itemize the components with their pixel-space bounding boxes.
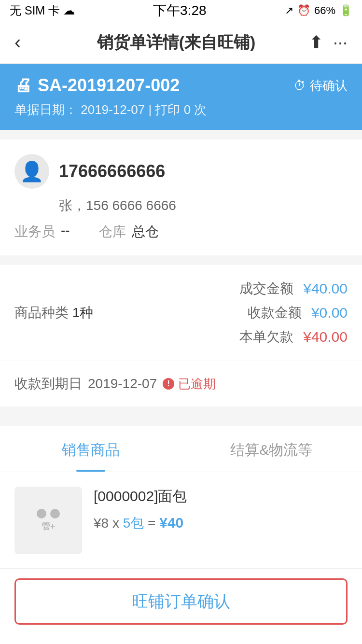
order-id: 🖨 SA-20191207-002 [14,75,180,96]
status-time: 下午3:28 [153,1,207,20]
product-price-row: ¥8 x 5包 = ¥40 [94,514,348,532]
owed-value: ¥40.00 [303,329,348,345]
overdue-text: 已逾期 [178,376,216,392]
product-kinds-block: 商品种类 1种 [14,304,93,322]
warehouse-label: 仓库 [99,223,126,241]
transaction-label: 成交金额 [239,280,293,298]
order-id-row: 🖨 SA-20191207-002 ⏱ 待确认 [14,75,348,96]
confirm-button-label: 旺铺订单确认 [132,590,230,613]
avatar: 👤 [14,154,49,189]
battery-text: 66% [314,4,335,17]
order-icon: 🖨 [14,75,32,96]
amount-row: 商品种类 1种 成交金额 ¥40.00 收款金额 ¥0.00 本单欠款 ¥40.… [14,280,348,346]
received-value: ¥0.00 [311,305,348,321]
tab-settlement-label: 结算&物流等 [230,442,312,458]
status-left: 无 SIM 卡 ☁ [10,3,75,18]
amounts-block: 成交金额 ¥40.00 收款金额 ¥0.00 本单欠款 ¥40.00 [239,280,348,346]
date-label: 单据日期： [14,102,77,117]
overdue-badge: ! 已逾期 [163,376,216,392]
order-date-row: 单据日期： 2019-12-07 | 打印 0 次 [14,101,348,118]
clock-icon: ⏱ [293,78,306,93]
product-image: 管+ [14,487,82,554]
product-name: [0000002]面包 [94,487,348,506]
owl-eye-left [37,509,46,518]
received-label: 收款金额 [248,304,302,322]
status-right: ↗ ⏰ 66% 🔋 [285,4,352,17]
confirm-btn-wrapper: 旺铺订单确认 [0,568,362,644]
order-header: 🖨 SA-20191207-002 ⏱ 待确认 单据日期： 2019-12-07… [0,64,362,130]
no-sim-text: 无 SIM 卡 ☁ [10,3,75,18]
salesperson-label: 业务员 [14,223,55,241]
back-button[interactable]: ‹ [14,31,43,53]
due-date-label: 收款到期日 [14,375,82,393]
order-status-text: 待确认 [310,77,348,94]
order-status: ⏱ 待确认 [293,77,348,94]
nav-actions: ⬆ ··· [309,32,348,53]
product-logo: 管+ [37,509,60,532]
owed-label: 本单欠款 [239,328,293,346]
nav-bar: ‹ 销货单详情(来自旺铺) ⬆ ··· [0,21,362,64]
divider-2 [0,406,362,416]
customer-name: 张，156 6666 6666 [14,196,348,215]
owed-row: 本单欠款 ¥40.00 [239,328,348,346]
warehouse-value: 总仓 [132,223,159,241]
page-title: 销货单详情(来自旺铺) [97,31,256,54]
multiply-sign: x [112,516,123,531]
tab-products-label: 销售商品 [62,442,120,458]
battery-icon: 🔋 [339,4,352,17]
due-date-section: 收款到期日 2019-12-07 ! 已逾期 [0,361,362,406]
share-icon[interactable]: ⬆ [309,32,323,53]
received-row: 收款金额 ¥0.00 [248,304,348,322]
tab-products[interactable]: 销售商品 [0,426,181,472]
overdue-icon: ! [163,378,174,390]
user-icon: 👤 [20,160,44,183]
customer-phone: 17666666666 [59,161,165,182]
product-total: ¥40 [159,515,183,531]
owl-text: 管+ [42,520,56,532]
confirm-button[interactable]: 旺铺订单确认 [14,578,348,625]
price-unit: ¥8 [94,516,109,531]
customer-section: 👤 17666666666 张，156 6666 6666 业务员 -- 仓库 … [0,140,362,255]
amount-section: 商品种类 1种 成交金额 ¥40.00 收款金额 ¥0.00 本单欠款 ¥40.… [0,265,362,361]
salesperson-field: 业务员 -- [14,223,70,241]
tabs-row: 销售商品 结算&物流等 [0,426,362,472]
product-item: 管+ [0000002]面包 ¥8 x 5包 = ¥40 [14,487,348,554]
alarm-icon: ⏰ [297,4,310,17]
owl-eye-right [50,509,60,518]
location-icon: ↗ [285,4,293,17]
transaction-value: ¥40.00 [303,280,348,297]
product-info: [0000002]面包 ¥8 x 5包 = ¥40 [94,487,348,532]
product-kinds-label: 商品种类 [14,305,69,320]
more-icon[interactable]: ··· [333,32,348,53]
order-id-text: SA-20191207-002 [38,75,180,96]
product-list: 管+ [0000002]面包 ¥8 x 5包 = ¥40 [0,472,362,569]
salesperson-value: -- [61,223,70,241]
divider-1 [0,255,362,265]
warehouse-field: 仓库 总仓 [99,223,159,241]
order-date-value: 2019-12-07 [81,102,145,117]
print-info: | 打印 0 次 [148,102,207,117]
tabs-section: 销售商品 结算&物流等 管+ [0000002]面包 ¥8 x [0,426,362,569]
due-date-value: 2019-12-07 [88,376,157,392]
customer-meta: 业务员 -- 仓库 总仓 [14,223,348,241]
product-kinds-value: 1种 [72,305,94,320]
transaction-row: 成交金额 ¥40.00 [239,280,348,298]
status-bar: 无 SIM 卡 ☁ 下午3:28 ↗ ⏰ 66% 🔋 [0,0,362,21]
customer-phone-row: 👤 17666666666 [14,154,348,189]
tab-settlement[interactable]: 结算&物流等 [181,426,362,472]
equals-sign: = [148,516,159,531]
owl-eyes [37,509,60,518]
quantity: 5包 [123,516,144,531]
